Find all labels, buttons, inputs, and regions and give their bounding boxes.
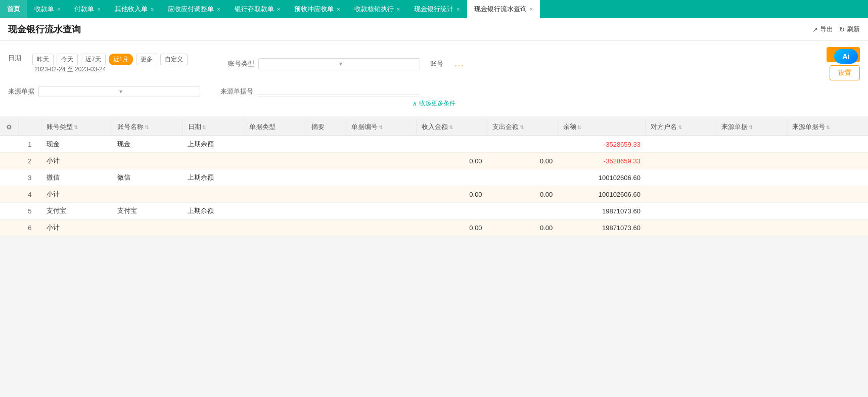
cell-summary-row-0: [306, 136, 346, 153]
source-voucher-label: 来源单据号: [220, 87, 253, 96]
cell-account_type-row-4: 支付宝: [41, 203, 112, 219]
sort-icon-source_doc[interactable]: ⇅: [749, 124, 753, 130]
cell-expense-row-4: [487, 203, 558, 219]
table-row: 3微信微信上期余额100102606.60: [0, 169, 868, 186]
date-option-更多[interactable]: 更多: [136, 54, 157, 65]
column-header-doc_number[interactable]: 单据编号⇅: [346, 118, 417, 136]
cell-summary-row-1: [306, 153, 346, 169]
sort-icon-expense[interactable]: ⇅: [520, 124, 524, 130]
cell-counterpart-row-1: [646, 153, 716, 169]
table-row: 1现金现金上期余额-3528659.33: [0, 136, 868, 153]
filter-row-1: 日期 昨天今天近7天近1月更多自定义 2023-02-24 至 2023-03-…: [8, 47, 860, 80]
nav-tab-label: 现金银行流水查询: [474, 5, 527, 14]
column-header-counterpart[interactable]: 对方户名⇅: [646, 118, 716, 136]
collapse-bar[interactable]: ∧ 收起更多条件: [8, 97, 860, 112]
column-header-balance[interactable]: 余额⇅: [558, 118, 646, 136]
account-label: 账号: [430, 59, 450, 68]
date-option-今天[interactable]: 今天: [57, 54, 78, 65]
sort-icon-balance[interactable]: ⇅: [577, 124, 581, 130]
cell-settings-row-5: [0, 219, 18, 236]
cell-doc_number-row-5: [346, 219, 417, 236]
nav-tab-付款单[interactable]: 付款单×: [67, 0, 107, 18]
cell-account_type-row-5: 小计: [41, 219, 112, 236]
column-header-date[interactable]: 日期⇅: [182, 118, 244, 136]
account-type-chevron-icon[interactable]: ▾: [339, 60, 416, 67]
cell-date-row-3: [182, 186, 244, 203]
tab-close-icon[interactable]: ×: [530, 6, 533, 12]
nav-tab-其他收入单[interactable]: 其他收入单×: [108, 0, 161, 18]
sort-icon-income[interactable]: ⇅: [449, 124, 453, 130]
tab-close-icon[interactable]: ×: [57, 6, 60, 12]
sort-icon-doc_number[interactable]: ⇅: [379, 124, 383, 130]
export-button[interactable]: ↗ 导出: [812, 25, 833, 34]
column-header-source_doc[interactable]: 来源单据⇅: [716, 118, 787, 136]
column-header-account_type[interactable]: 账号类型⇅: [41, 118, 112, 136]
cell-source_doc-row-0: [716, 136, 787, 153]
sort-icon-account_name[interactable]: ⇅: [145, 124, 149, 130]
nav-tab-应收应付调整单[interactable]: 应收应付调整单×: [161, 0, 227, 18]
nav-tab-现金银行统计[interactable]: 现金银行统计×: [407, 0, 467, 18]
nav-tab-收款核销执行[interactable]: 收款核销执行×: [347, 0, 407, 18]
table-settings-icon[interactable]: ⚙: [6, 123, 12, 131]
top-nav: 首页 收款单×付款单×其他收入单×应收应付调整单×银行存取款单×预收冲应收单×收…: [0, 0, 868, 18]
column-header-source_voucher[interactable]: 来源单据号⇅: [787, 118, 868, 136]
nav-home[interactable]: 首页: [0, 0, 27, 18]
sort-icon-counterpart[interactable]: ⇅: [678, 124, 682, 130]
col-label-expense: 支出金额: [492, 123, 519, 130]
tab-close-icon[interactable]: ×: [337, 6, 340, 12]
settings-button[interactable]: 设置: [830, 65, 860, 80]
ai-badge[interactable]: Ai: [834, 49, 858, 64]
nav-tab-label: 预收冲应收单: [294, 5, 334, 14]
refresh-button[interactable]: ↻ 刷新: [839, 25, 860, 34]
cell-balance-row-2: 100102606.60: [558, 169, 646, 186]
nav-tab-label: 收款单: [34, 5, 54, 14]
date-filter: 日期 昨天今天近7天近1月更多自定义 2023-02-24 至 2023-03-…: [8, 54, 188, 74]
cell-source_voucher-row-3: [787, 186, 868, 203]
tab-close-icon[interactable]: ×: [151, 6, 154, 12]
cell-account_name-row-3: [112, 186, 183, 203]
account-type-input[interactable]: ▾: [258, 58, 420, 69]
source-voucher-input[interactable]: [257, 87, 419, 95]
cell-counterpart-row-0: [646, 136, 716, 153]
col-label-balance: 余额: [563, 123, 576, 130]
tab-close-icon[interactable]: ×: [456, 6, 460, 12]
date-option-近7天[interactable]: 近7天: [81, 54, 106, 65]
cell-index-row-0: 1: [18, 136, 41, 153]
cell-settings-row-2: [0, 169, 18, 186]
nav-tab-预收冲应收单[interactable]: 预收冲应收单×: [287, 0, 347, 18]
sort-icon-date[interactable]: ⇅: [202, 124, 206, 130]
nav-tab-收款单[interactable]: 收款单×: [27, 0, 67, 18]
cell-summary-row-4: [306, 203, 346, 219]
tab-close-icon[interactable]: ×: [97, 6, 100, 12]
nav-tab-银行存取款单[interactable]: 银行存取款单×: [227, 0, 287, 18]
page-header: 现金银行流水查询 ↗ 导出 ↻ 刷新: [0, 18, 868, 41]
column-header-income[interactable]: 收入金额⇅: [417, 118, 487, 136]
source-doc-chevron-icon[interactable]: ▾: [119, 88, 196, 95]
column-header-doc_type: 单据类型: [244, 118, 306, 136]
cell-balance-row-3: 100102606.60: [558, 186, 646, 203]
column-header-account_name[interactable]: 账号名称⇅: [112, 118, 183, 136]
cell-doc_number-row-1: [346, 153, 417, 169]
refresh-label: 刷新: [847, 25, 860, 34]
column-header-index: [18, 118, 41, 136]
cell-expense-row-1: 0.00: [487, 153, 558, 169]
account-dots-button[interactable]: ...: [454, 59, 464, 68]
column-header-summary: 摘要: [306, 118, 346, 136]
nav-tab-现金银行流水查询[interactable]: 现金银行流水查询×: [467, 0, 540, 18]
date-option-近1月[interactable]: 近1月: [109, 54, 133, 65]
sort-icon-source_voucher[interactable]: ⇅: [826, 124, 830, 130]
tab-close-icon[interactable]: ×: [277, 6, 280, 12]
date-option-自定义[interactable]: 自定义: [160, 54, 188, 65]
cell-expense-row-5: 0.00: [487, 219, 558, 236]
tab-close-icon[interactable]: ×: [397, 6, 400, 12]
cell-doc_type-row-2: [244, 169, 306, 186]
cell-account_name-row-0: 现金: [112, 136, 183, 153]
date-option-昨天[interactable]: 昨天: [32, 54, 54, 65]
source-doc-input[interactable]: ▾: [38, 86, 200, 97]
tab-close-icon[interactable]: ×: [217, 6, 220, 12]
column-header-expense[interactable]: 支出金额⇅: [487, 118, 558, 136]
main-table: ⚙账号类型⇅账号名称⇅日期⇅单据类型摘要单据编号⇅收入金额⇅支出金额⇅余额⇅对方…: [0, 118, 868, 236]
cell-counterpart-row-5: [646, 219, 716, 236]
cell-doc_number-row-4: [346, 203, 417, 219]
sort-icon-account_type[interactable]: ⇅: [74, 124, 78, 130]
